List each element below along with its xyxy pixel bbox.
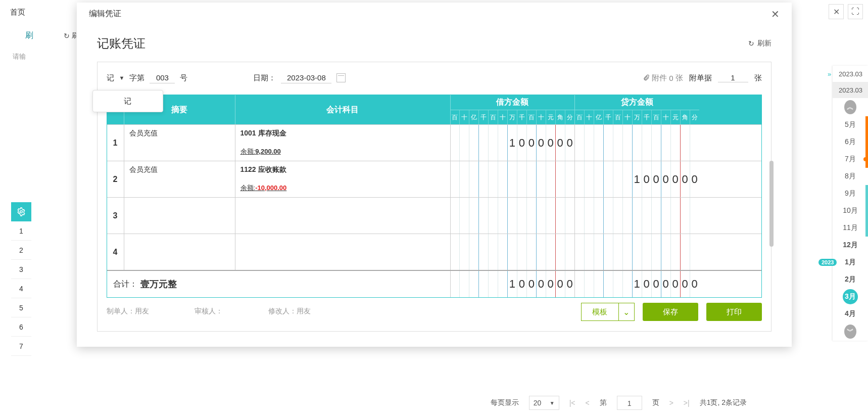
- amount-cell[interactable]: [613, 125, 623, 161]
- amount-cell[interactable]: 0: [671, 271, 681, 297]
- amount-cell[interactable]: 0: [527, 125, 537, 161]
- amount-cell[interactable]: 0: [690, 271, 699, 297]
- amount-cell[interactable]: [604, 125, 613, 161]
- scrollbar[interactable]: [769, 161, 774, 247]
- subject-cell[interactable]: [235, 198, 451, 234]
- amount-cell[interactable]: [623, 234, 633, 270]
- amount-cell[interactable]: [460, 271, 469, 297]
- subject-cell[interactable]: 1001 库存现金余额:9,200.00: [235, 125, 451, 161]
- amount-cell[interactable]: 1: [508, 125, 517, 161]
- amount-cell[interactable]: 1: [633, 161, 642, 197]
- amount-cell[interactable]: [517, 234, 527, 270]
- amount-cell[interactable]: [537, 234, 546, 270]
- amount-cell[interactable]: [508, 161, 517, 197]
- amount-cell[interactable]: [594, 161, 604, 197]
- subject-cell[interactable]: 1122 应收账款余额:-10,000.00: [235, 161, 451, 197]
- amount-cell[interactable]: [460, 234, 469, 270]
- amount-cell[interactable]: [479, 161, 489, 197]
- amount-cell[interactable]: 0: [690, 161, 699, 197]
- amount-cell[interactable]: 0: [652, 271, 661, 297]
- amount-cell[interactable]: [556, 198, 565, 234]
- amount-cell[interactable]: [575, 198, 585, 234]
- amount-cell[interactable]: [479, 234, 489, 270]
- amount-cell[interactable]: 0: [642, 271, 652, 297]
- amount-cell[interactable]: [556, 234, 565, 270]
- summary-cell[interactable]: 会员充值: [124, 125, 235, 161]
- amount-cell[interactable]: [479, 125, 489, 161]
- amount-cell[interactable]: [498, 198, 508, 234]
- amount-cell[interactable]: [565, 198, 574, 234]
- amount-cell[interactable]: [498, 161, 508, 197]
- amount-cell[interactable]: [671, 125, 681, 161]
- amount-cell[interactable]: [527, 161, 537, 197]
- amount-cell[interactable]: [623, 125, 633, 161]
- summary-cell[interactable]: [124, 198, 235, 234]
- amount-cell[interactable]: [527, 234, 537, 270]
- amount-cell[interactable]: 0: [546, 271, 556, 297]
- amount-cell[interactable]: [489, 161, 498, 197]
- amount-cell[interactable]: 0: [661, 161, 671, 197]
- amount-cell[interactable]: [479, 271, 489, 297]
- amount-cell[interactable]: [498, 125, 508, 161]
- amount-cell[interactable]: 0: [642, 161, 652, 197]
- amount-cell[interactable]: 0: [671, 161, 681, 197]
- amount-cell[interactable]: [652, 125, 661, 161]
- amount-cell[interactable]: [575, 125, 585, 161]
- amount-cell[interactable]: 0: [565, 125, 574, 161]
- amount-cell[interactable]: [594, 234, 604, 270]
- amount-cell[interactable]: [469, 125, 479, 161]
- amount-cell[interactable]: [585, 161, 594, 197]
- amount-cell[interactable]: [690, 198, 699, 234]
- amount-cell[interactable]: [585, 234, 594, 270]
- amount-cell[interactable]: [489, 125, 498, 161]
- amount-cell[interactable]: 0: [546, 125, 556, 161]
- amount-cell[interactable]: [604, 234, 613, 270]
- amount-cell[interactable]: [556, 161, 565, 197]
- amount-cell[interactable]: [489, 198, 498, 234]
- amount-cell[interactable]: [469, 271, 479, 297]
- amount-cell[interactable]: [681, 198, 690, 234]
- save-button[interactable]: 保存: [643, 303, 698, 321]
- amount-cell[interactable]: [451, 234, 460, 270]
- amount-cell[interactable]: [642, 234, 652, 270]
- amount-cell[interactable]: [623, 271, 633, 297]
- amount-cell[interactable]: [508, 198, 517, 234]
- amount-cell[interactable]: [460, 161, 469, 197]
- amount-cell[interactable]: [690, 125, 699, 161]
- amount-cell[interactable]: [613, 234, 623, 270]
- amount-cell[interactable]: [508, 234, 517, 270]
- amount-cell[interactable]: [546, 198, 556, 234]
- dropdown-item[interactable]: 记: [93, 90, 163, 112]
- amount-cell[interactable]: [565, 161, 574, 197]
- amount-cell[interactable]: [633, 234, 642, 270]
- amount-cell[interactable]: [642, 125, 652, 161]
- amount-cell[interactable]: [585, 198, 594, 234]
- amount-cell[interactable]: [575, 161, 585, 197]
- amount-cell[interactable]: [469, 161, 479, 197]
- amount-cell[interactable]: [585, 271, 594, 297]
- amount-cell[interactable]: 0: [565, 271, 574, 297]
- amount-cell[interactable]: [469, 234, 479, 270]
- voucher-type-value[interactable]: 记: [107, 73, 114, 83]
- amount-cell[interactable]: [517, 198, 527, 234]
- amount-cell[interactable]: [604, 198, 613, 234]
- subject-cell[interactable]: [235, 234, 451, 270]
- amount-cell[interactable]: 0: [537, 125, 546, 161]
- attach-link[interactable]: 附件 0 张: [643, 73, 683, 83]
- amount-cell[interactable]: [613, 161, 623, 197]
- amount-cell[interactable]: 0: [652, 161, 661, 197]
- amount-cell[interactable]: [681, 125, 690, 161]
- amount-cell[interactable]: 0: [527, 271, 537, 297]
- amount-cell[interactable]: [652, 234, 661, 270]
- amount-cell[interactable]: [642, 198, 652, 234]
- amount-cell[interactable]: [498, 271, 508, 297]
- amount-cell[interactable]: [661, 125, 671, 161]
- summary-cell[interactable]: [124, 234, 235, 270]
- amount-cell[interactable]: 0: [681, 271, 690, 297]
- amount-cell[interactable]: 0: [537, 271, 546, 297]
- amount-cell[interactable]: [652, 198, 661, 234]
- amount-cell[interactable]: 1: [508, 271, 517, 297]
- amount-cell[interactable]: 0: [517, 271, 527, 297]
- amount-cell[interactable]: [613, 271, 623, 297]
- bill-count-input[interactable]: 1: [718, 73, 748, 82]
